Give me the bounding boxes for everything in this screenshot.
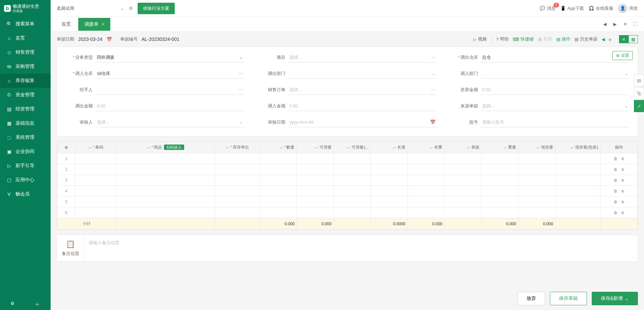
table-row[interactable]: 6🗑⊕	[57, 207, 638, 218]
in-dept-select[interactable]: ⌄	[481, 69, 629, 79]
col-length[interactable]: ▴▾长度	[371, 142, 408, 153]
float-attach-button[interactable]: 📎	[634, 87, 644, 99]
in-warehouse-select[interactable]: 18仓库⋯	[95, 69, 244, 79]
col-surface[interactable]: ▴▾表面	[445, 142, 481, 153]
col-qty[interactable]: ▴▾*数量	[260, 142, 297, 153]
col-stock[interactable]: ▴▾现存量	[519, 142, 555, 153]
col-weight[interactable]: ▴▾重量	[481, 142, 518, 153]
float-expand-button[interactable]: ⤢	[634, 100, 644, 112]
next-doc-button[interactable]: ▶	[609, 37, 612, 42]
support-button[interactable]: 🎧 在线客服	[589, 5, 613, 11]
save-new-button[interactable]: 保存&新增⌄	[592, 292, 638, 305]
prev-doc-button[interactable]: ◀	[601, 37, 605, 42]
org-settings-icon[interactable]: ⚙	[129, 6, 133, 11]
tab-home[interactable]: 首页	[55, 18, 77, 31]
close-icon[interactable]: ×	[102, 22, 104, 27]
handler-select[interactable]: ⋯	[95, 85, 244, 95]
scan-button[interactable]: 扫码录入	[164, 145, 184, 150]
table-row[interactable]: 5🗑⊕	[57, 197, 638, 207]
delete-row-icon[interactable]: 🗑	[614, 167, 618, 172]
copy-row-icon[interactable]: ⊕	[621, 156, 624, 161]
project-select[interactable]: 选择...⋯	[288, 52, 437, 62]
sidebar-item-apps[interactable]: ▢应用中心	[0, 173, 51, 187]
copy-row-icon[interactable]: ⊕	[621, 210, 624, 215]
user-menu[interactable]: 👤 用友	[618, 4, 638, 13]
sound-icon[interactable]: 🔈	[35, 301, 40, 306]
print-button[interactable]: 🖶打印	[538, 36, 552, 42]
label-out-wh: 调出仓库	[460, 55, 478, 60]
sales-order-select[interactable]: 选择...⋯	[288, 85, 437, 95]
save-draft-button[interactable]: 保存草稿	[550, 292, 587, 305]
remark-input[interactable]: 请输入备注信息	[84, 235, 638, 261]
source-select[interactable]: 选择...⌄	[481, 101, 629, 111]
sidebar-item-member[interactable]: V畅会员	[0, 187, 51, 201]
history-button[interactable]: ▤历史单据	[575, 36, 597, 42]
gear-icon[interactable]: ⚙	[10, 301, 15, 306]
out-warehouse-select[interactable]: 总仓⋯	[481, 52, 629, 62]
sidebar-item-coop[interactable]: ▣企业协同	[0, 145, 51, 159]
audit-date-input[interactable]: yyyy-mm-dd📅	[288, 117, 437, 127]
sidebar-item-guide[interactable]: ▷新手引导	[0, 159, 51, 173]
app-download-button[interactable]: 📱 App下载	[560, 5, 584, 11]
copy-row-icon[interactable]: ⊕	[621, 200, 624, 204]
sidebar-item-system[interactable]: ◌系统管理	[0, 130, 51, 145]
col-stock-pkg[interactable]: ▴▾现存量(包装)	[555, 142, 600, 153]
brand-title: 畅捷通好生意	[13, 4, 39, 9]
fullscreen-icon[interactable]: ⛶	[631, 20, 639, 28]
table-row[interactable]: 2🗑⊕	[57, 164, 638, 175]
col-mz[interactable]: ▴▾米重	[408, 142, 444, 153]
view-grid-button[interactable]: ▦	[628, 35, 638, 43]
copy-row-icon[interactable]: ⊕	[621, 189, 624, 193]
table-row[interactable]: 3🗑⊕	[57, 175, 638, 186]
col-unit[interactable]: ▴▾*库存单位	[215, 142, 260, 153]
table-row[interactable]: 4🗑⊕	[57, 186, 638, 197]
subtotal-weight: 0.000	[481, 218, 518, 230]
docno-value: AL-20230324-001	[142, 36, 179, 42]
col-avail-pkg[interactable]: ▴▾可用量(...	[334, 142, 370, 153]
biz-type-select[interactable]: 同价调拨⌄	[95, 52, 244, 62]
copy-row-icon[interactable]: ⊕	[621, 178, 624, 183]
delete-row-icon[interactable]: 🗑	[614, 189, 618, 193]
phone-icon: 📱	[560, 6, 566, 11]
col-avail[interactable]: ▴▾可用量	[297, 142, 334, 153]
sidebar-item-basic[interactable]: ▦基础信息	[0, 116, 51, 130]
org-select[interactable]: 老易试用 ⌄	[57, 5, 124, 11]
auditor-select[interactable]: 选择...⌄	[95, 117, 244, 127]
tabs-prev-button[interactable]: ◀	[601, 20, 609, 28]
sidebar-item-finance[interactable]: ©资金管理	[0, 88, 51, 102]
subtotal-label: 小计	[57, 218, 116, 230]
sidebar-item-home[interactable]: ⌂首页	[0, 31, 51, 45]
out-dept-select[interactable]: ⌄	[288, 69, 437, 79]
col-product[interactable]: ▴▾*商品扫码录入	[116, 142, 215, 153]
date-value[interactable]: 2023-03-24	[78, 36, 103, 42]
batch-input[interactable]: 请输入批号	[481, 117, 629, 127]
col-barcode[interactable]: ▴▾*条码	[75, 142, 116, 153]
tab-transfer[interactable]: 调拨单 ×	[78, 18, 110, 31]
operate-button[interactable]: ▤操作	[556, 36, 570, 42]
view-list-button[interactable]: ≡	[619, 35, 628, 43]
shortcut-button[interactable]: ⌨快捷键	[513, 36, 534, 42]
video-button[interactable]: ▷视频	[473, 36, 487, 42]
messages-button[interactable]: 💬 消息 6	[540, 5, 556, 11]
experience-button[interactable]: 体验行业方案	[138, 3, 175, 14]
col-settings[interactable]: ⚙	[57, 142, 76, 153]
discard-button[interactable]: 放弃	[517, 292, 545, 305]
sidebar-item-sales[interactable]: ◇销售管理	[0, 45, 51, 59]
sidebar-item-inventory[interactable]: ⌂库存核算	[0, 74, 51, 88]
copy-row-icon[interactable]: ⊕	[621, 167, 624, 172]
calendar-icon[interactable]: 📅	[107, 37, 112, 42]
delete-row-icon[interactable]: 🗑	[614, 178, 618, 183]
tabs-next-button[interactable]: ▶	[611, 20, 619, 28]
delete-row-icon[interactable]: 🗑	[614, 156, 618, 161]
sidebar-item-operation[interactable]: ▤经营管理	[0, 102, 51, 116]
form-settings-button[interactable]: ⚙设置	[612, 51, 633, 60]
sidebar-item-purchase[interactable]: 🛍采购管理	[0, 59, 51, 74]
tabs-close-all-button[interactable]: ✕	[621, 20, 629, 28]
sidebar-item-search[interactable]: 🔍搜索菜单	[0, 17, 51, 31]
delete-row-icon[interactable]: 🗑	[614, 210, 618, 215]
guide-icon: ▷	[6, 163, 12, 169]
help-button[interactable]: ?帮助	[496, 36, 509, 42]
float-doc-button[interactable]: ▤	[634, 74, 644, 86]
table-row[interactable]: 1🗑⊕	[57, 153, 638, 164]
delete-row-icon[interactable]: 🗑	[614, 200, 618, 204]
